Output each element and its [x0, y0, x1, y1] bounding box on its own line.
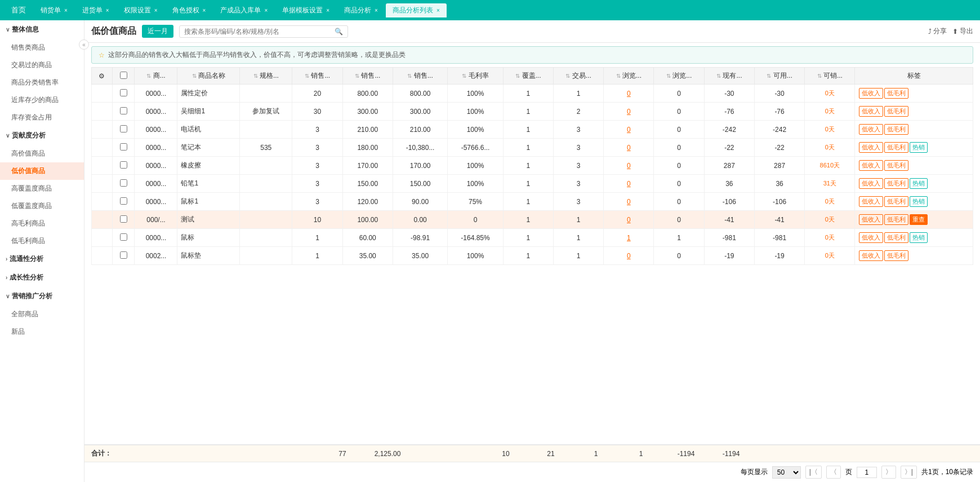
- cell-browse1[interactable]: 0: [604, 193, 654, 211]
- sidebar-item-high-value[interactable]: 高价值商品: [0, 145, 84, 162]
- cell-checkbox[interactable]: [112, 229, 135, 247]
- pagination-page-input[interactable]: [857, 467, 877, 478]
- sidebar-group-overall[interactable]: ∨整体信息: [0, 20, 84, 39]
- col-name[interactable]: ⇅ 商品名称: [177, 68, 240, 85]
- nav-close-icon[interactable]: ×: [436, 7, 440, 14]
- browse1-value[interactable]: 0: [627, 90, 631, 98]
- pagination-next[interactable]: 〉: [881, 466, 896, 479]
- pagination-first[interactable]: |〈: [805, 466, 822, 479]
- row-checkbox[interactable]: [120, 197, 127, 205]
- sidebar-item-high-margin[interactable]: 高毛利商品: [0, 215, 84, 232]
- pagination-last[interactable]: 〉|: [901, 466, 917, 479]
- row-checkbox[interactable]: [120, 215, 127, 223]
- col-browse1[interactable]: ⇅ 浏览...: [604, 68, 654, 85]
- cell-checkbox[interactable]: [112, 247, 135, 265]
- col-checkbox[interactable]: [112, 68, 135, 85]
- sidebar-item-low-margin[interactable]: 低毛利商品: [0, 232, 84, 250]
- browse1-value[interactable]: 0: [627, 162, 631, 170]
- nav-close-icon[interactable]: ×: [106, 7, 109, 14]
- browse1-value[interactable]: 0: [627, 180, 631, 188]
- col-current[interactable]: ⇅ 现有...: [704, 68, 754, 85]
- sidebar-item-low-coverage[interactable]: 低覆盖度商品: [0, 197, 84, 215]
- search-icon[interactable]: 🔍: [335, 28, 343, 36]
- cell-browse1[interactable]: 0: [604, 85, 654, 103]
- browse1-value[interactable]: 0: [627, 108, 631, 116]
- search-input[interactable]: [184, 28, 332, 36]
- col-cover[interactable]: ⇅ 覆盖...: [503, 68, 553, 85]
- nav-close-icon[interactable]: ×: [64, 7, 68, 14]
- sidebar-item-traded-products[interactable]: 交易过的商品: [0, 56, 84, 74]
- cell-checkbox[interactable]: [112, 85, 135, 103]
- row-checkbox[interactable]: [120, 89, 127, 96]
- nav-template-settings[interactable]: 单据模板设置 ×: [275, 3, 336, 17]
- export-button[interactable]: ⬆ 导出: [952, 26, 973, 36]
- nav-role-auth[interactable]: 角色授权 ×: [166, 3, 213, 17]
- row-checkbox[interactable]: [120, 143, 127, 151]
- cell-browse1[interactable]: 0: [604, 121, 654, 139]
- cell-browse1[interactable]: 0: [604, 157, 654, 175]
- cell-browse1[interactable]: 1: [604, 229, 654, 247]
- time-filter-button[interactable]: 近一月: [142, 25, 173, 38]
- select-all-checkbox[interactable]: [120, 72, 127, 79]
- col-code[interactable]: ⇅ 商...: [135, 68, 177, 85]
- col-available[interactable]: ⇅ 可用...: [754, 68, 804, 85]
- sidebar-group-contribution[interactable]: ∨贡献度分析: [0, 126, 84, 145]
- cell-checkbox[interactable]: [112, 139, 135, 157]
- cell-checkbox[interactable]: [112, 121, 135, 139]
- browse1-value[interactable]: 1: [627, 234, 631, 242]
- nav-close-icon[interactable]: ×: [203, 7, 206, 14]
- collapse-sidebar-button[interactable]: «: [84, 39, 89, 50]
- per-page-select[interactable]: 50 100: [772, 466, 801, 479]
- sidebar-group-growth[interactable]: ›成长性分析: [0, 268, 84, 287]
- cell-browse1[interactable]: 0: [604, 139, 654, 157]
- col-tags[interactable]: 标签: [855, 68, 973, 85]
- col-sale-price[interactable]: ⇅ 销售...: [342, 68, 393, 85]
- browse1-value[interactable]: 0: [627, 216, 631, 224]
- row-checkbox[interactable]: [120, 233, 127, 241]
- nav-close-icon[interactable]: ×: [375, 7, 378, 14]
- cell-checkbox[interactable]: [112, 157, 135, 175]
- sidebar-item-low-value[interactable]: 低价值商品: [0, 162, 84, 180]
- cell-browse1[interactable]: 0: [604, 211, 654, 229]
- col-spec[interactable]: ⇅ 规格...: [240, 68, 292, 85]
- sidebar-item-low-stock[interactable]: 近库存少的商品: [0, 91, 84, 109]
- nav-home[interactable]: 首页: [5, 3, 33, 17]
- nav-sales-order[interactable]: 销货单 ×: [34, 3, 74, 17]
- cell-checkbox[interactable]: [112, 175, 135, 193]
- col-gross-rate[interactable]: ⇅ 毛利率: [448, 68, 503, 85]
- sidebar-item-high-coverage[interactable]: 高覆盖度商品: [0, 180, 84, 197]
- cell-checkbox[interactable]: [112, 193, 135, 211]
- nav-finished-goods[interactable]: 产成品入库单 ×: [213, 3, 274, 17]
- sidebar-item-category-sales-rate[interactable]: 商品分类销售率: [0, 74, 84, 91]
- col-trade[interactable]: ⇅ 交易...: [554, 68, 604, 85]
- browse1-value[interactable]: 0: [627, 126, 631, 134]
- col-sale-income[interactable]: ⇅ 销售...: [393, 68, 447, 85]
- browse1-value[interactable]: 0: [627, 144, 631, 152]
- nav-purchase-order[interactable]: 进货单 ×: [75, 3, 116, 17]
- sidebar-group-circulation[interactable]: ›流通性分析: [0, 250, 84, 268]
- col-gear[interactable]: ⚙: [92, 68, 113, 85]
- col-browse2[interactable]: ⇅ 浏览...: [654, 68, 704, 85]
- col-sale-qty[interactable]: ⇅ 销售...: [292, 68, 342, 85]
- nav-permission-settings[interactable]: 权限设置 ×: [117, 3, 164, 17]
- browse1-value[interactable]: 0: [627, 252, 631, 260]
- sidebar-item-new-products[interactable]: 新品: [0, 323, 84, 341]
- pagination-prev[interactable]: 〈: [826, 466, 841, 479]
- share-button[interactable]: ⤴ 分享: [928, 26, 947, 36]
- row-checkbox[interactable]: [120, 251, 127, 259]
- sidebar-item-stock-capital[interactable]: 库存资金占用: [0, 109, 84, 126]
- sidebar-item-all-products[interactable]: 全部商品: [0, 306, 84, 323]
- cell-browse1[interactable]: 0: [604, 103, 654, 121]
- nav-product-analysis-list[interactable]: 商品分析列表 ×: [386, 3, 447, 17]
- row-checkbox[interactable]: [120, 125, 127, 132]
- nav-close-icon[interactable]: ×: [264, 7, 268, 14]
- row-checkbox[interactable]: [120, 179, 127, 187]
- cell-browse1[interactable]: 0: [604, 247, 654, 265]
- browse1-value[interactable]: 0: [627, 198, 631, 206]
- cell-checkbox[interactable]: [112, 103, 135, 121]
- sidebar-item-sales-products[interactable]: 销售类商品: [0, 39, 84, 56]
- nav-product-analysis[interactable]: 商品分析 ×: [337, 3, 385, 17]
- nav-close-icon[interactable]: ×: [154, 7, 158, 14]
- sidebar-group-marketing[interactable]: ∨营销推广分析: [0, 287, 84, 306]
- cell-checkbox[interactable]: [112, 211, 135, 229]
